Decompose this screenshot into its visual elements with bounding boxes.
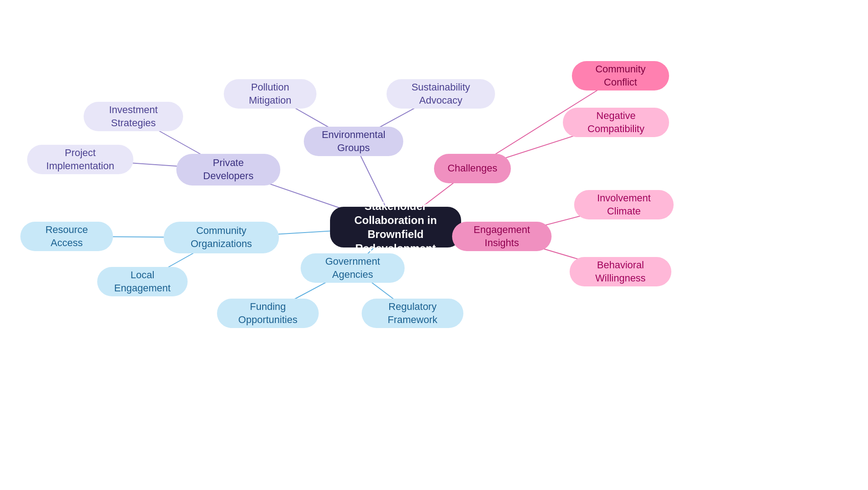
local-engagement-node: Local Engagement xyxy=(97,267,188,296)
pollution-mitigation-label: Pollution Mitigation xyxy=(236,81,304,107)
resource-access-node: Resource Access xyxy=(20,222,113,251)
negative-compatibility-node: Negative Compatibility xyxy=(563,108,669,137)
engagement-insights-label: Engagement Insights xyxy=(465,224,539,249)
local-engagement-label: Local Engagement xyxy=(110,269,175,295)
government-agencies-label: Government Agencies xyxy=(313,255,392,281)
negative-compatibility-label: Negative Compatibility xyxy=(576,109,656,135)
funding-opportunities-node: Funding Opportunities xyxy=(217,299,319,328)
sustainability-advocacy-label: Sustainability Advocacy xyxy=(399,81,482,107)
private-developers-label: Private Developers xyxy=(189,157,268,182)
community-organizations-node: Community Organizations xyxy=(164,222,279,253)
behavioral-willingness-label: Behavioral Willingness xyxy=(582,259,659,285)
funding-opportunities-label: Funding Opportunities xyxy=(230,300,306,326)
pollution-mitigation-node: Pollution Mitigation xyxy=(224,79,316,109)
government-agencies-node: Government Agencies xyxy=(301,253,405,283)
involvement-climate-node: Involvement Climate xyxy=(574,190,674,219)
resource-access-label: Resource Access xyxy=(33,224,100,249)
investment-strategies-node: Investment Strategies xyxy=(84,102,183,131)
center-node: Stakeholder Collaboration in Brownfield … xyxy=(330,207,461,247)
challenges-label: Challenges xyxy=(448,162,497,175)
sustainability-advocacy-node: Sustainability Advocacy xyxy=(387,79,495,109)
private-developers-node: Private Developers xyxy=(176,154,280,186)
environmental-groups-node: Environmental Groups xyxy=(304,127,403,156)
involvement-climate-label: Involvement Climate xyxy=(587,192,661,218)
engagement-insights-node: Engagement Insights xyxy=(452,222,552,251)
regulatory-framework-node: Regulatory Framework xyxy=(362,299,463,328)
project-implementation-node: Project Implementation xyxy=(27,145,133,174)
regulatory-framework-label: Regulatory Framework xyxy=(374,300,451,326)
community-conflict-node: Community Conflict xyxy=(572,61,669,90)
community-organizations-label: Community Organizations xyxy=(176,224,266,250)
community-conflict-label: Community Conflict xyxy=(585,63,656,89)
behavioral-willingness-node: Behavioral Willingness xyxy=(570,257,671,286)
center-label: Stakeholder Collaboration in Brownfield … xyxy=(343,199,448,256)
challenges-node: Challenges xyxy=(434,154,511,183)
project-implementation-label: Project Implementation xyxy=(40,147,121,172)
investment-strategies-label: Investment Strategies xyxy=(96,104,170,129)
environmental-groups-label: Environmental Groups xyxy=(316,128,391,154)
